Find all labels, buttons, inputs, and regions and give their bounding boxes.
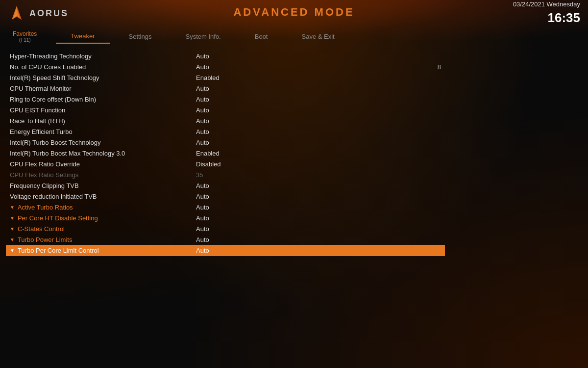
setting-label-turbo-boost-max: Intel(R) Turbo Boost Max Technology 3.0: [10, 150, 196, 157]
nav-favorites-label: Favorites: [13, 30, 37, 37]
nav-item-saveexit[interactable]: Save & Exit: [287, 30, 349, 43]
setting-value-voltage-reduction: Auto: [196, 193, 441, 200]
setting-label-eist: CPU EIST Function: [10, 106, 196, 114]
setting-label-rth: Race To Halt (RTH): [10, 117, 196, 125]
setting-row-rth[interactable]: Race To Halt (RTH) Auto: [10, 115, 441, 126]
triangle-icon-turbo-power: ▼: [10, 237, 15, 242]
setting-row-cpu-cores[interactable]: No. of CPU Cores Enabled Auto 8: [10, 61, 441, 72]
setting-label-energy-efficient: Energy Efficient Turbo: [10, 128, 196, 135]
setting-value-c-states: Auto: [196, 225, 441, 233]
date-display: 03/24/2021 Wednesday: [513, 0, 580, 9]
setting-label-active-turbo: ▼ Active Turbo Ratios: [10, 204, 196, 211]
setting-row-turbo-power[interactable]: ▼ Turbo Power Limits Auto: [10, 234, 441, 245]
setting-row-hyper-threading[interactable]: Hyper-Threading Technology Auto: [10, 51, 441, 61]
setting-label-voltage-reduction: Voltage reduction initiated TVB: [10, 193, 196, 200]
setting-label-freq-clipping: Frequency Clipping TVB: [10, 182, 196, 189]
logo-area: AORUS: [8, 5, 76, 23]
settings-panel: Hyper-Threading Technology Auto No. of C…: [0, 47, 451, 323]
header: AORUS ADVANCED MODE 03/24/2021 Wednesday…: [0, 0, 588, 27]
setting-label-turbo-boost: Intel(R) Turbo Boost Technology: [10, 139, 196, 146]
triangle-icon-per-core-ht: ▼: [10, 215, 15, 221]
setting-row-c-states[interactable]: ▼ C-States Control Auto: [10, 223, 441, 234]
setting-label-turbo-power: ▼ Turbo Power Limits: [10, 236, 196, 243]
setting-value-turbo-per-core: Auto: [196, 247, 441, 254]
setting-row-turbo-boost[interactable]: Intel(R) Turbo Boost Technology Auto: [10, 137, 441, 148]
setting-value-cpu-flex-override: Disabled: [196, 160, 441, 168]
setting-label-ring-offset: Ring to Core offset (Down Bin): [10, 96, 196, 103]
setting-value-speed-shift: Enabled: [196, 74, 441, 81]
datetime-display: 03/24/2021 Wednesday 16:35: [513, 0, 580, 27]
setting-row-active-turbo[interactable]: ▼ Active Turbo Ratios Auto: [10, 202, 441, 212]
setting-row-turbo-per-core[interactable]: ▼ Turbo Per Core Limit Control Auto: [6, 245, 445, 256]
nav-item-favorites[interactable]: Favorites (F11): [8, 27, 51, 46]
setting-value-thermal-monitor: Auto: [196, 85, 441, 92]
setting-row-freq-clipping[interactable]: Frequency Clipping TVB Auto: [10, 180, 441, 191]
setting-label-cpu-cores: No. of CPU Cores Enabled: [10, 63, 196, 71]
setting-value-cpu-cores: Auto: [196, 63, 428, 71]
setting-row-voltage-reduction[interactable]: Voltage reduction initiated TVB Auto: [10, 191, 441, 202]
setting-value-rth: Auto: [196, 117, 441, 125]
setting-value-turbo-power: Auto: [196, 236, 441, 243]
nav-item-tweaker[interactable]: Tweaker: [56, 29, 109, 44]
triangle-icon-turbo-per-core: ▼: [10, 248, 15, 253]
setting-row-eist[interactable]: CPU EIST Function Auto: [10, 105, 441, 115]
setting-label-hyper-threading: Hyper-Threading Technology: [10, 53, 196, 60]
setting-value-turbo-boost-max: Enabled: [196, 150, 441, 157]
setting-label-cpu-flex-settings: CPU Flex Ratio Settings: [10, 171, 196, 179]
setting-value-per-core-ht: Auto: [196, 214, 441, 222]
setting-row-ring-offset[interactable]: Ring to Core offset (Down Bin) Auto: [10, 94, 441, 105]
nav-favorites-sub: (F11): [13, 37, 37, 43]
setting-value-active-turbo: Auto: [196, 204, 441, 211]
time-display: 16:35: [513, 9, 580, 26]
settings-list: Hyper-Threading Technology Auto No. of C…: [10, 51, 441, 256]
setting-row-per-core-ht[interactable]: ▼ Per Core HT Disable Setting Auto: [10, 212, 441, 223]
setting-label-turbo-per-core: ▼ Turbo Per Core Limit Control: [10, 247, 196, 254]
setting-row-speed-shift[interactable]: Intel(R) Speed Shift Technology Enabled: [10, 72, 441, 83]
setting-extra-cpu-cores: 8: [438, 63, 441, 71]
triangle-icon-c-states: ▼: [10, 226, 15, 232]
setting-value-hyper-threading: Auto: [196, 53, 441, 60]
setting-label-c-states: ▼ C-States Control: [10, 225, 196, 233]
setting-row-energy-efficient[interactable]: Energy Efficient Turbo Auto: [10, 126, 441, 137]
nav-item-settings[interactable]: Settings: [114, 30, 167, 43]
aorus-logo-icon: [8, 5, 25, 23]
setting-row-thermal-monitor[interactable]: CPU Thermal Monitor Auto: [10, 83, 441, 94]
setting-label-thermal-monitor: CPU Thermal Monitor: [10, 85, 196, 92]
setting-row-turbo-boost-max[interactable]: Intel(R) Turbo Boost Max Technology 3.0 …: [10, 148, 441, 158]
triangle-icon-active-turbo: ▼: [10, 205, 15, 210]
setting-label-speed-shift: Intel(R) Speed Shift Technology: [10, 74, 196, 81]
setting-value-eist: Auto: [196, 106, 441, 114]
page-title: ADVANCED MODE: [233, 6, 354, 19]
setting-row-cpu-flex-settings[interactable]: CPU Flex Ratio Settings 35: [10, 169, 441, 180]
setting-value-freq-clipping: Auto: [196, 182, 441, 189]
setting-label-cpu-flex-override: CPU Flex Ratio Override: [10, 160, 196, 168]
nav-item-boot[interactable]: Boot: [240, 30, 283, 43]
setting-label-per-core-ht: ▼ Per Core HT Disable Setting: [10, 214, 196, 222]
setting-row-cpu-flex-override[interactable]: CPU Flex Ratio Override Disabled: [10, 158, 441, 169]
nav-item-sysinfo[interactable]: System Info.: [171, 30, 235, 43]
setting-value-energy-efficient: Auto: [196, 128, 441, 135]
setting-value-turbo-boost: Auto: [196, 139, 441, 146]
logo-text: AORUS: [29, 8, 69, 19]
setting-value-ring-offset: Auto: [196, 96, 441, 103]
setting-value-cpu-flex-settings: 35: [196, 171, 441, 179]
